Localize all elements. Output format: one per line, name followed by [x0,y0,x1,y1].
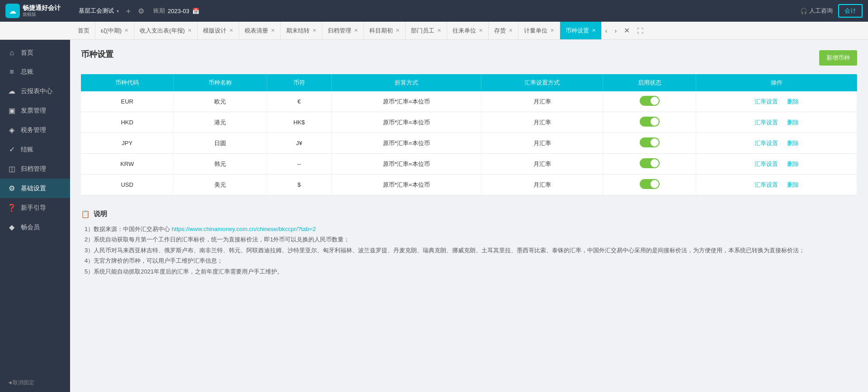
cell-code: KRW [81,154,174,175]
company-selector[interactable]: 基层工会测试 ▾ [79,7,119,15]
cell-calc: 原币*汇率=本位币 [331,154,481,175]
tab-subject-init-close[interactable]: ✕ [396,28,400,33]
tab-tax[interactable]: 税表清册 ✕ [239,22,281,40]
top-header: ☁ 畅捷通好会计 旗舰版 基层工会测试 ▾ ＋ ⚙ 账期 2023-03 📅 🎧… [0,0,868,22]
page-title: 币种设置 [81,49,113,60]
tab-subject-init[interactable]: 科目期初 ✕ [364,22,406,40]
tab-unit[interactable]: 计量单位 ✕ [519,22,560,40]
cell-symbol: J¥ [267,133,331,154]
sidebar-item-settings-label: 基础设置 [21,184,46,193]
toggle-knob [651,180,659,188]
ledger-icon: ≡ [7,68,16,76]
cell-name: 欧元 [174,91,267,112]
delete-link[interactable]: 删除 [787,98,799,105]
tab-currency[interactable]: 币种设置 ✕ [560,22,602,40]
sidebar-item-reports[interactable]: ☁ 云报表中心 [0,81,70,101]
add-company-button[interactable]: ＋ [124,5,132,16]
note-item: 4）无官方牌价的币种，可以用户手工维护汇率信息； [81,255,857,266]
cell-code: JPY [81,133,174,154]
tab-template[interactable]: 模版设计 ✕ [198,22,239,40]
tab-home[interactable]: 首页 [72,22,95,40]
rate-setting-link[interactable]: 汇率设置 [755,140,778,146]
new-currency-button[interactable]: 新增币种 [819,50,857,66]
tab-nav-next[interactable]: › [611,22,621,40]
toggle-enabled[interactable] [640,158,660,168]
delete-link[interactable]: 删除 [787,140,799,146]
note-link[interactable]: https://www.chinamoney.com.cn/chinese/bk… [172,226,316,232]
tab-department[interactable]: 部门员工 ✕ [406,22,447,40]
tab-close-all[interactable]: ✕ [620,22,633,40]
account-button[interactable]: 会计 [838,4,863,18]
toggle-knob [651,159,659,167]
tab-nav-prev[interactable]: ‹ [602,22,611,40]
headset-icon: 🎧 [800,8,807,14]
settings-icon[interactable]: ⚙ [138,7,144,15]
table-row: USD 美元 $ 原币*汇率=本位币 月汇率 汇率设置 删除 [81,175,857,195]
cell-symbol: HK$ [267,112,331,133]
col-actions: 操作 [696,74,857,91]
tab-inventory-close[interactable]: ✕ [509,28,513,33]
notes-heading: 说明 [94,210,107,218]
sidebar-item-home[interactable]: ⌂ 首页 [0,43,70,62]
rate-setting-link[interactable]: 汇率设置 [755,98,778,105]
note-item: 2）系统自动获取每月第一个工作日的汇率标价，统一为直接标价法，即1外币可以兑换的… [81,234,857,245]
sidebar-item-ledger-label: 总账 [21,68,33,76]
rate-setting-link[interactable]: 汇率设置 [755,119,778,126]
sidebar-item-settle[interactable]: ✓ 结账 [0,140,70,159]
tab-expand-button[interactable]: ⛶ [633,22,647,40]
toggle-enabled[interactable] [640,137,660,147]
archive-icon: ◫ [7,165,16,173]
delete-link[interactable]: 删除 [787,181,799,188]
sidebar-item-member[interactable]: ◆ 畅会员 [0,217,70,237]
rate-setting-link[interactable]: 汇率设置 [755,181,778,188]
period-area: 账期 2023-03 📅 [153,7,199,15]
tab-template-close[interactable]: ✕ [229,28,233,33]
delete-link[interactable]: 删除 [787,161,799,167]
note-item: 5）系统只能自动抓取2021年度后的汇率，之前年度汇率需要用户手工维护。 [81,266,857,277]
cell-actions: 汇率设置 删除 [696,175,857,195]
period-label: 账期 [153,7,165,15]
sidebar-item-tax[interactable]: ◈ 税务管理 [0,120,70,140]
sidebar-item-archive[interactable]: ◫ 归档管理 [0,159,70,179]
toggle-enabled[interactable] [640,117,660,127]
sidebar-item-settings[interactable]: ⚙ 基础设置 [0,179,70,198]
tab-archive-close[interactable]: ✕ [354,28,358,33]
support-button[interactable]: 🎧 人工咨询 [800,7,833,15]
tab-contacts-close[interactable]: ✕ [479,28,483,33]
toggle-enabled[interactable] [640,179,660,189]
tab-tax-close[interactable]: ✕ [271,28,275,33]
tab-inventory[interactable]: 存货 ✕ [489,22,519,40]
cell-symbol: -- [267,154,331,175]
col-calc: 折算方式 [331,74,481,91]
tab-period-end-close[interactable]: ✕ [312,28,316,33]
tab-income-label: 收入支出表(年报) [140,27,185,35]
delete-link[interactable]: 删除 [787,119,799,126]
tab-period-end[interactable]: 期末结转 ✕ [281,22,322,40]
sidebar-item-member-label: 畅会员 [21,223,40,231]
tab-midterm-close[interactable]: ✕ [124,28,128,33]
sidebar-item-guide[interactable]: ❓ 新手引导 [0,198,70,217]
sidebar-item-invoice[interactable]: ▣ 发票管理 [0,101,70,120]
cell-name: 日圆 [174,133,267,154]
tab-income-close[interactable]: ✕ [188,28,192,33]
tab-unit-close[interactable]: ✕ [550,28,554,33]
cell-calc: 原币*汇率=本位币 [331,112,481,133]
sidebar-item-ledger[interactable]: ≡ 总账 [0,62,70,81]
tab-contacts[interactable]: 往来单位 ✕ [447,22,489,40]
toggle-enabled[interactable] [640,96,660,106]
calendar-icon[interactable]: 📅 [192,8,199,14]
tab-department-close[interactable]: ✕ [437,28,441,33]
tab-income[interactable]: 收入支出表(年报) ✕ [134,22,198,40]
cell-status [603,91,696,112]
tab-currency-close[interactable]: ✕ [592,28,596,33]
tab-midterm[interactable]: εζ(中期) ✕ [95,22,134,40]
tab-unit-label: 计量单位 [524,27,547,35]
rate-setting-link[interactable]: 汇率设置 [755,161,778,167]
sidebar-pin-button[interactable]: ◄取消固定 [0,373,70,392]
tab-archive[interactable]: 归档管理 ✕ [322,22,364,40]
toggle-knob [651,118,659,126]
cell-rate-type: 月汇率 [481,133,603,154]
sidebar-item-archive-label: 归档管理 [21,165,46,173]
sidebar-item-reports-label: 云报表中心 [21,87,52,95]
tab-department-label: 部门员工 [411,27,434,35]
